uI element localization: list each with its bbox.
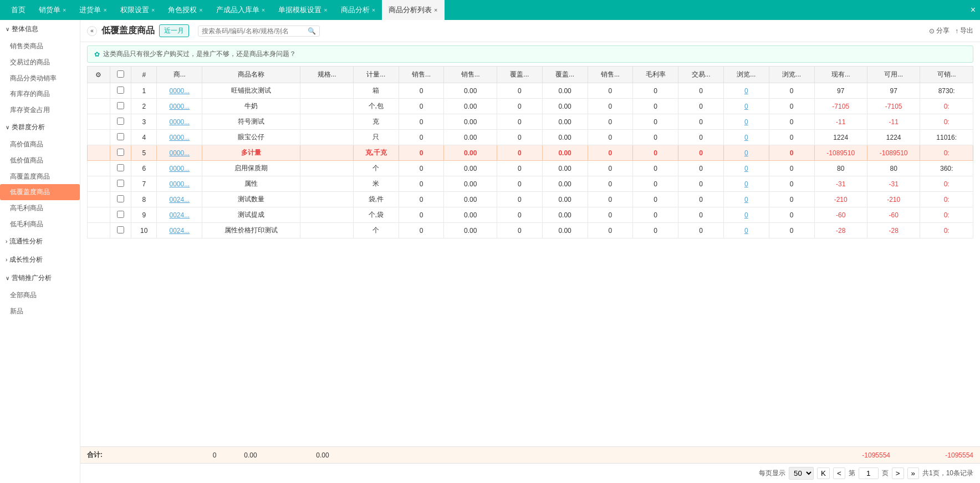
- row-sellable: 8730:: [920, 83, 973, 99]
- nav-permissions[interactable]: 权限设置 ×: [114, 0, 161, 20]
- nav-roles[interactable]: 角色授权 ×: [161, 0, 209, 20]
- row-view1-link[interactable]: 0: [744, 87, 748, 95]
- row-checkbox[interactable]: [117, 118, 124, 125]
- page-last-button[interactable]: »: [907, 467, 919, 479]
- row-code: 0000...: [157, 145, 202, 161]
- nav-close-sales[interactable]: ×: [63, 7, 66, 13]
- row-checkbox[interactable]: [117, 87, 124, 94]
- sidebar-item-traded-goods[interactable]: 交易过的商品: [0, 54, 80, 70]
- row-sales-amount: 0.00: [444, 207, 497, 223]
- nav-close-templates[interactable]: ×: [324, 7, 327, 13]
- sidebar-collapse-button[interactable]: «: [87, 26, 97, 36]
- per-page-label: 每页显示: [759, 469, 785, 478]
- row-spec: [300, 176, 353, 192]
- row-view1-link[interactable]: 0: [744, 180, 748, 188]
- row-sales3: 0: [588, 114, 633, 130]
- sidebar-item-low-coverage[interactable]: 低覆盖度商品: [0, 184, 80, 200]
- row-gear: [88, 223, 110, 238]
- row-trade: 0: [678, 161, 724, 176]
- row-checkbox[interactable]: [117, 180, 124, 187]
- row-cover1: 0: [497, 130, 542, 145]
- row-gear: [88, 207, 110, 223]
- sidebar-item-sales-goods[interactable]: 销售类商品: [0, 38, 80, 54]
- row-sales-count: 0: [399, 223, 444, 238]
- share-button[interactable]: ⊙ 分享: [929, 26, 950, 35]
- row-sales3: 0: [588, 207, 633, 223]
- sidebar-item-high-coverage[interactable]: 高覆盖度商品: [0, 169, 80, 185]
- row-cover2: 0.00: [542, 176, 588, 192]
- page-input[interactable]: [859, 467, 879, 479]
- page-next-button[interactable]: >: [892, 467, 904, 479]
- nav-purchase[interactable]: 进货单 ×: [73, 0, 113, 20]
- col-checkbox[interactable]: [110, 67, 131, 83]
- nav-sales[interactable]: 销货单 ×: [32, 0, 73, 20]
- nav-close-roles[interactable]: ×: [199, 7, 202, 13]
- table-row: 10000...旺铺批次测试箱00.0000.000000097978730:: [88, 83, 973, 99]
- sidebar-item-high-margin[interactable]: 高毛利商品: [0, 200, 80, 216]
- sidebar-section-cluster[interactable]: ∨ 类群度分析: [0, 118, 80, 136]
- nav-templates[interactable]: 单据模板设置 ×: [272, 0, 334, 20]
- row-checkbox[interactable]: [117, 211, 124, 218]
- sidebar-item-has-stock[interactable]: 有库存的商品: [0, 86, 80, 102]
- row-gear: [88, 192, 110, 207]
- nav-analysis-list[interactable]: 商品分析列表 ×: [382, 0, 444, 20]
- search-input[interactable]: [202, 27, 308, 35]
- row-gear: [88, 176, 110, 192]
- filter-button[interactable]: 近一月: [159, 24, 189, 37]
- sidebar-section-liquidity[interactable]: › 流通性分析: [0, 232, 80, 251]
- row-view1-link[interactable]: 0: [744, 165, 748, 172]
- row-checkbox[interactable]: [117, 226, 124, 233]
- row-available: -11: [867, 114, 920, 130]
- row-view2: 0: [769, 130, 814, 145]
- per-page-select[interactable]: 50: [789, 467, 814, 480]
- nav-home[interactable]: 首页: [4, 0, 32, 20]
- export-button[interactable]: ↑ 导出: [955, 26, 973, 35]
- row-unit: 克,千克: [353, 145, 399, 161]
- window-close-icon[interactable]: ×: [971, 5, 976, 15]
- row-stock: -1089510: [814, 145, 867, 161]
- row-checkbox[interactable]: [117, 133, 124, 140]
- select-all-checkbox[interactable]: [117, 70, 124, 78]
- table-row: 100024...属性价格打印测试个00.0000.0000000-28-280…: [88, 223, 973, 238]
- sidebar-item-all-goods[interactable]: 全部商品: [0, 287, 80, 303]
- row-view1-link[interactable]: 0: [744, 149, 748, 157]
- page-first-button[interactable]: K: [817, 467, 830, 479]
- col-gear[interactable]: ⚙: [88, 67, 110, 83]
- sidebar-item-low-value[interactable]: 低价值商品: [0, 152, 80, 169]
- row-view1-link[interactable]: 0: [744, 134, 748, 141]
- nav-products[interactable]: 产成品入库单 ×: [210, 0, 272, 20]
- row-view2: 0: [769, 83, 814, 99]
- nav-product-analysis[interactable]: 商品分析 ×: [334, 0, 382, 20]
- row-checkbox[interactable]: [117, 164, 124, 171]
- sidebar-section-growth[interactable]: › 成长性分析: [0, 251, 80, 269]
- row-view1-link[interactable]: 0: [744, 118, 748, 126]
- row-checkbox[interactable]: [117, 102, 124, 109]
- nav-close-products[interactable]: ×: [262, 7, 265, 13]
- row-spec: [300, 223, 353, 238]
- row-view1-link[interactable]: 0: [744, 211, 748, 219]
- row-checkbox[interactable]: [117, 195, 124, 202]
- sidebar-item-low-margin[interactable]: 低毛利商品: [0, 216, 80, 232]
- nav-close-permissions[interactable]: ×: [151, 7, 155, 13]
- row-view1-link[interactable]: 0: [744, 227, 748, 235]
- row-checkbox[interactable]: [117, 149, 124, 156]
- row-view1-link[interactable]: 0: [744, 103, 748, 110]
- nav-close-purchase[interactable]: ×: [103, 7, 106, 13]
- sidebar-item-category-rate[interactable]: 商品分类动销率: [0, 70, 80, 87]
- search-icon[interactable]: 🔍: [308, 27, 316, 35]
- sidebar-item-new-goods[interactable]: 新品: [0, 303, 80, 319]
- row-num: 3: [131, 114, 157, 130]
- row-view1-link[interactable]: 0: [744, 196, 748, 204]
- sidebar-item-stock-capital[interactable]: 库存资金占用: [0, 102, 80, 118]
- search-box[interactable]: 🔍: [198, 26, 320, 37]
- nav-close-analysis[interactable]: ×: [372, 7, 375, 13]
- sidebar-item-high-value[interactable]: 高价值商品: [0, 136, 80, 152]
- collapse-arrow-growth: ›: [6, 257, 7, 263]
- sidebar-section-overall[interactable]: ∨ 整体信息: [0, 20, 80, 38]
- page-prev-button[interactable]: <: [833, 467, 845, 479]
- row-trade: 0: [678, 114, 724, 130]
- sidebar-section-marketing[interactable]: ∨ 营销推广分析: [0, 269, 80, 287]
- row-sellable: 0:: [920, 114, 973, 130]
- nav-close-analysis-list[interactable]: ×: [434, 7, 437, 13]
- row-sales-count: 0: [399, 176, 444, 192]
